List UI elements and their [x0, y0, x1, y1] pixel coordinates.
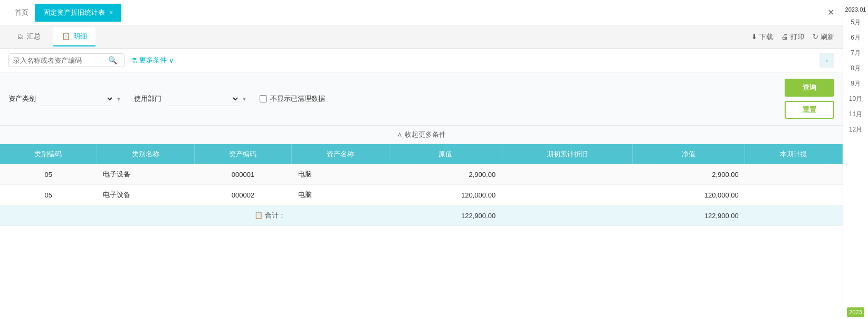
- top-nav: 首页 固定资产折旧统计表 × ✕: [0, 0, 843, 25]
- cell-current-period: [745, 185, 843, 205]
- sidebar-month-item[interactable]: 11月: [848, 107, 863, 122]
- total-row: 📋合计： 122,900.00 122,900.00: [0, 205, 843, 226]
- cell-accumulated-depreciation: [502, 164, 632, 185]
- asset-category-select-wrap: [40, 91, 121, 106]
- cell-category-code: 05: [0, 185, 97, 205]
- cell-current-period: [745, 164, 843, 185]
- search-icon: 🔍: [108, 56, 117, 64]
- asset-category-label: 资产类别: [8, 94, 36, 104]
- tab-detail[interactable]: 📋 明细: [53, 27, 96, 46]
- active-tab[interactable]: 固定资产折旧统计表 ×: [35, 4, 121, 22]
- data-table: 类别编码 类别名称 资产编码 资产名称 原值 期初累计折旧 净值 本期计提 05…: [0, 144, 843, 226]
- collapse-icon: ∧: [397, 130, 403, 138]
- detail-icon: 📋: [62, 32, 70, 40]
- filter-bar: 🔍 ⚗ 更多条件 ∨ ›: [0, 49, 843, 72]
- collapse-label: 收起更多条件: [405, 130, 446, 138]
- tab-summary[interactable]: 🗂 汇总: [8, 27, 49, 46]
- more-conditions-button[interactable]: ⚗ 更多条件 ∨: [131, 55, 174, 65]
- col-category-code: 类别编码: [0, 144, 97, 164]
- col-original-value: 原值: [389, 144, 502, 164]
- total-original-value: 122,900.00: [389, 205, 502, 226]
- filter-icon: ⚗: [131, 57, 137, 64]
- filter-row-1: 资产类别 使用部门 不显示已清理数据: [8, 79, 834, 119]
- table-header-row: 类别编码 类别名称 资产编码 资产名称 原值 期初累计折旧 净值 本期计提: [0, 144, 843, 164]
- use-department-label: 使用部门: [134, 94, 161, 104]
- sidebar-month-item[interactable]: 6月: [848, 30, 863, 45]
- cell-asset-code: 000002: [194, 185, 292, 205]
- reset-button[interactable]: 重置: [785, 101, 834, 119]
- query-button[interactable]: 查询: [785, 79, 834, 97]
- total-empty-name: [292, 205, 389, 226]
- sidebar-month-item[interactable]: 10月: [848, 91, 863, 107]
- collapse-conditions-button[interactable]: ∧ 收起更多条件: [397, 130, 446, 138]
- filter-actions: 查询 重置: [785, 79, 834, 119]
- cell-original-value: 2,900.00: [389, 164, 502, 185]
- sidebar-month-item[interactable]: 5月: [848, 15, 863, 30]
- col-asset-code: 资产编码: [194, 144, 292, 164]
- more-conditions-label: 更多条件: [139, 55, 167, 65]
- cell-original-value: 120,000.00: [389, 185, 502, 205]
- right-sidebar: 2023.01 5月6月7月8月9月10月11月12月 2023: [843, 0, 868, 319]
- search-input[interactable]: [13, 57, 108, 64]
- sidebar-month-item[interactable]: 8月: [848, 61, 863, 76]
- close-window-button[interactable]: ✕: [827, 7, 834, 17]
- sidebar-year-badge: 2023: [847, 307, 864, 317]
- download-icon: ⬇: [751, 33, 757, 41]
- tab-summary-label: 汇总: [27, 32, 41, 41]
- total-cell-code: [0, 205, 97, 226]
- table-row: 05 电子设备 000001 电脑 2,900.00 2,900.00: [0, 164, 843, 185]
- refresh-button[interactable]: ↻ 刷新: [813, 32, 834, 42]
- col-asset-name: 资产名称: [292, 144, 389, 164]
- collapse-row: ∧ 收起更多条件: [0, 126, 843, 144]
- sidebar-month-item[interactable]: 7月: [848, 45, 863, 61]
- cell-asset-name: 电脑: [292, 164, 389, 185]
- hide-cleared-checkbox[interactable]: [260, 95, 267, 102]
- cell-category-name: 电子设备: [97, 185, 194, 205]
- download-button[interactable]: ⬇ 下载: [751, 32, 773, 42]
- tab-title: 固定资产折旧统计表: [43, 8, 105, 17]
- cell-asset-code: 000001: [194, 164, 292, 185]
- search-wrap: 🔍: [8, 53, 125, 67]
- col-category-name: 类别名称: [97, 144, 194, 164]
- data-table-wrap: 类别编码 类别名称 资产编码 资产名称 原值 期初累计折旧 净值 本期计提 05…: [0, 144, 843, 319]
- cell-category-code: 05: [0, 164, 97, 185]
- cell-net-value: 2,900.00: [632, 164, 745, 185]
- summary-icon: 🗂: [17, 32, 24, 40]
- sub-tabs-bar: 🗂 汇总 📋 明细 ⬇ 下载 🖨 打印 ↻ 刷新: [0, 25, 843, 49]
- table-row: 05 电子设备 000002 电脑 120,000.00 120,000.00: [0, 185, 843, 205]
- hide-cleared-label: 不显示已清理数据: [270, 94, 325, 104]
- total-current-period: [745, 205, 843, 226]
- asset-category-filter: 资产类别: [8, 91, 121, 106]
- col-current-period: 本期计提: [745, 144, 843, 164]
- cell-category-name: 电子设备: [97, 164, 194, 185]
- chevron-down-icon: ∨: [169, 57, 174, 64]
- sidebar-date: 2023.01: [844, 4, 867, 15]
- collapse-right-button[interactable]: ›: [819, 53, 834, 68]
- print-icon: 🖨: [781, 33, 788, 41]
- cell-net-value: 120,000.00: [632, 185, 745, 205]
- cell-asset-name: 电脑: [292, 185, 389, 205]
- close-tab-icon[interactable]: ×: [109, 9, 113, 16]
- use-department-select[interactable]: [166, 91, 240, 106]
- total-label-cell: 📋合计：: [97, 205, 291, 226]
- col-accumulated-depreciation: 期初累计折旧: [502, 144, 632, 164]
- download-label: 下载: [759, 32, 773, 42]
- print-label: 打印: [790, 32, 804, 42]
- home-nav[interactable]: 首页: [8, 8, 35, 17]
- advanced-filter: 资产类别 使用部门 不显示已清理数据: [0, 72, 843, 126]
- asset-category-select[interactable]: [40, 91, 114, 106]
- sidebar-month-item[interactable]: 9月: [848, 76, 863, 91]
- hide-cleared-wrap: 不显示已清理数据: [260, 94, 325, 104]
- use-department-filter: 使用部门: [134, 91, 247, 106]
- total-net-value: 122,900.00: [632, 205, 745, 226]
- refresh-icon: ↻: [813, 33, 818, 41]
- tab-detail-label: 明细: [73, 32, 87, 41]
- use-department-select-wrap: [166, 91, 247, 106]
- print-button[interactable]: 🖨 打印: [781, 32, 804, 42]
- col-net-value: 净值: [632, 144, 745, 164]
- cell-accumulated-depreciation: [502, 185, 632, 205]
- sidebar-month-item[interactable]: 12月: [848, 122, 863, 137]
- total-accumulated: [502, 205, 632, 226]
- refresh-label: 刷新: [821, 32, 834, 42]
